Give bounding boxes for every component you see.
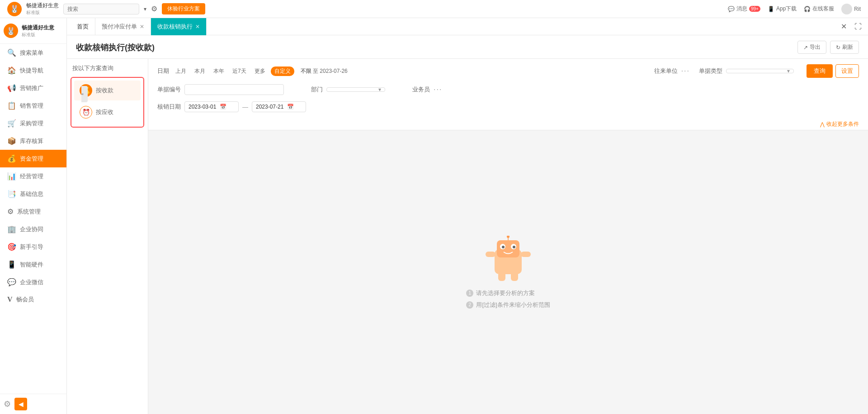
page-actions: ↗ 导出 ↻ 刷新 [797,41,859,54]
tab-prepay[interactable]: 预付冲应付单 ✕ [95,18,151,35]
doc-no-input[interactable] [184,84,284,95]
business-icon: 📊 [7,172,16,181]
dept-select[interactable]: ▾ [326,87,385,92]
refresh-icon: ↻ [836,44,840,51]
filter-counterparty: 往来单位 ··· [654,67,690,75]
sidebar-logo: 🐰 畅捷通好生意 标准版 [0,18,66,44]
filter-staff: 业务员 ··· [412,86,442,94]
sidebar-item-marketing[interactable]: 📢 营销推广 [0,79,66,97]
empty-messages: 1 请先选择要分析的方案 2 用[过滤]条件来缩小分析范围 [466,289,550,309]
svg-point-11 [507,236,509,238]
page-content: 按以下方案查询 💰 按收款 ⏰ 按应收 [67,59,868,414]
close-prepay-tab[interactable]: ✕ [140,24,144,30]
collapse-more-btn[interactable]: ⋀ 收起更多条件 [157,119,859,130]
sidebar-item-search-menu[interactable]: 🔍 搜索菜单 [0,44,66,62]
dept-chevron-icon: ▾ [378,86,381,93]
sidebar-bottom: ⚙ ◀ [0,394,66,414]
dropdown-icon[interactable]: ▾ [144,6,146,12]
sidebar-item-guide[interactable]: 🎯 新手引导 [0,238,66,256]
counterparty-picker[interactable]: ··· [681,67,690,75]
this-month-btn[interactable]: 本月 [192,67,208,76]
close-all-tabs-btn[interactable]: ✕ [837,20,850,33]
sidebar-item-sales[interactable]: 📋 销售管理 [0,97,66,114]
top-search-input[interactable] [63,4,139,14]
chevron-down-icon: ▾ [787,68,790,74]
staff-picker[interactable]: ··· [434,86,442,94]
sidebar-logo-icon: 🐰 [4,24,18,38]
system-icon: ⚙ [7,207,14,216]
page-title-row: 收款核销执行(按收款) ↗ 导出 ↻ 刷新 [76,41,859,54]
sidebar-item-system[interactable]: ⚙ 系统管理 [0,203,66,220]
doc-type-select[interactable]: ▾ [726,69,794,73]
message-badge: 99+ [749,6,760,12]
enterprise-icon: 🏢 [7,225,16,233]
basic-info-icon: 📑 [7,190,16,198]
home-icon: 🏠 [7,66,16,75]
avatar [841,4,852,14]
sidebar-item-hardware[interactable]: 📱 智能硬件 [0,256,66,273]
empty-illustration [481,236,535,286]
industry-btn[interactable]: 休验行业方案 [162,3,205,14]
sidebar-item-inventory[interactable]: 📦 库存核算 [0,132,66,150]
filter-sidebar-wrap: 按以下方案查询 💰 按收款 ⏰ 按应收 [67,59,148,414]
app-download-btn[interactable]: 📱 App下载 [768,5,797,13]
custom-btn[interactable]: 自定义 [271,67,294,76]
expand-tab-btn[interactable]: ⛶ [852,20,864,33]
svg-rect-9 [511,272,518,281]
verify-date-start[interactable]: 2023-03-01 📅 [184,101,239,112]
service-icon: 🎧 [804,6,811,12]
receivable-icon: ⏰ [80,106,92,119]
tab-collection[interactable]: 收款核销执行 ✕ [151,18,207,35]
app-icon: 📱 [768,6,774,12]
sidebar-collapse-btn[interactable]: ◀ [14,398,27,410]
sidebar-brand: 畅捷通好生意 标准版 [22,24,54,38]
top-bar: 🐰 畅捷通好生意 标准版 ▾ ⚙ 休验行业方案 💬 消息 99+ 📱 App下载… [0,0,868,18]
verify-date-end[interactable]: 2023-07-21 📅 [252,101,306,112]
refresh-btn[interactable]: ↻ 刷新 [830,41,859,54]
sidebar-item-purchase[interactable]: 🛒 采购管理 [0,114,66,132]
filter-row-3: 核销日期 2023-03-01 📅 — 2023-07-21 📅 [157,101,859,112]
tab-home[interactable]: 首页 [71,18,95,35]
this-year-btn[interactable]: 本年 [211,67,227,76]
sidebar: 🐰 畅捷通好生意 标准版 🔍 搜索菜单 🏠 快捷导航 📢 营销推广 📋 销售管理… [0,18,67,414]
last-7days-btn[interactable]: 近7天 [230,67,249,76]
gear-icon[interactable]: ⚙ [151,5,157,13]
app-logo: 🐰 [7,2,22,16]
close-collection-tab[interactable]: ✕ [195,24,200,30]
filter-doc-type: 单据类型 ▾ [699,67,794,75]
search-icon: 🔍 [7,48,16,57]
svg-rect-1 [497,240,519,257]
svg-rect-8 [498,272,505,281]
filter-verify-date: 核销日期 2023-03-01 📅 — 2023-07-21 📅 [157,101,306,112]
online-service-btn[interactable]: 🎧 在线客服 [804,5,834,13]
sidebar-item-business[interactable]: 📊 经营管理 [0,167,66,185]
more-btn[interactable]: 更多 [252,67,268,76]
finance-icon: 💰 [7,154,16,163]
export-btn[interactable]: ↗ 导出 [797,41,826,54]
sidebar-item-member[interactable]: V 畅会员 [0,291,66,308]
sidebar-item-wechat[interactable]: 💬 企业微信 [0,273,66,291]
setting-btn[interactable]: 设置 [835,64,859,78]
message-btn[interactable]: 💬 消息 99+ [728,5,760,13]
sidebar-item-finance[interactable]: 💰 资金管理 [0,150,66,167]
hardware-icon: 📱 [7,260,16,269]
filter-dept: 部门 ▾ [311,86,385,94]
tab-bar: 首页 预付冲应付单 ✕ 收款核销执行 ✕ ✕ ⛶ [67,18,868,35]
date-shortcuts-group: 上月 本月 本年 近7天 更多 自定义 [173,67,294,76]
wechat-icon: 💬 [7,278,16,286]
user-menu[interactable]: Rit [841,4,861,14]
date-range-display: 不限 至 2023-07-26 [301,67,348,75]
page-title: 收款核销执行(按收款) [76,42,155,53]
robot-svg [481,236,535,286]
sidebar-item-enterprise[interactable]: 🏢 企业协同 [0,220,66,238]
settings-icon[interactable]: ⚙ [4,399,11,409]
filter-row-2: 单据编号 部门 ▾ 业务员 ··· [157,84,859,95]
filter-option-by-receivable[interactable]: ⏰ 按应收 [74,102,141,122]
inventory-icon: 📦 [7,137,16,145]
svg-point-5 [513,246,515,248]
sidebar-item-quick-nav[interactable]: 🏠 快捷导航 [0,62,66,79]
sidebar-item-basic-info[interactable]: 📑 基础信息 [0,185,66,203]
last-month-btn[interactable]: 上月 [173,67,189,76]
collapse-more-icon: ⋀ [820,121,825,128]
query-btn[interactable]: 查询 [807,64,833,78]
